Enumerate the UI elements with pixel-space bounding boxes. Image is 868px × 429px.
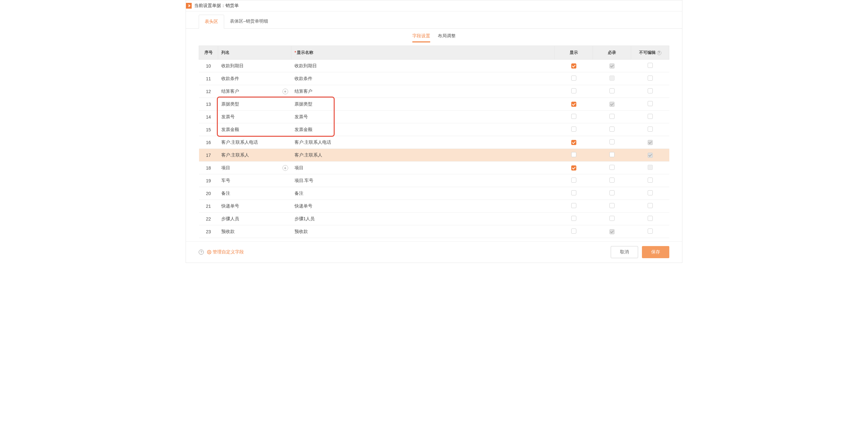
cancel-button[interactable]: 取消 xyxy=(611,246,638,258)
display-name-cell[interactable]: 收款到期日 xyxy=(291,60,555,73)
display-name-cell[interactable]: 备注 xyxy=(291,187,555,200)
checkbox[interactable] xyxy=(648,216,653,221)
checkbox[interactable] xyxy=(648,203,653,208)
seq-cell: 20 xyxy=(199,187,218,200)
checkbox[interactable] xyxy=(571,76,576,81)
required-cell xyxy=(593,73,631,85)
checkbox[interactable] xyxy=(648,229,653,234)
seq-cell: 15 xyxy=(199,123,218,136)
display-name-cell[interactable]: 票据类型 xyxy=(291,98,555,111)
display-name-cell[interactable]: 步骤1人员 xyxy=(291,212,555,225)
table-row: 14发票号发票号 xyxy=(199,111,669,123)
help-icon[interactable]: ? xyxy=(657,51,661,55)
checkbox[interactable] xyxy=(571,165,576,171)
table-row: 16客户.主联系人电话客户.主联系人电话 xyxy=(199,136,669,149)
collapse-button[interactable] xyxy=(186,3,192,9)
seq-cell: 17 xyxy=(199,149,218,162)
manage-custom-fields-link[interactable]: 管理自定义字段 xyxy=(207,249,244,255)
name-cell: 结算客户+ xyxy=(218,85,291,98)
subtab-1[interactable]: 布局调整 xyxy=(438,33,456,42)
seq-cell: 13 xyxy=(199,98,218,111)
display-name-cell[interactable]: 发票金额 xyxy=(291,123,555,136)
checkbox[interactable] xyxy=(648,101,653,106)
display-name-cell[interactable]: 项目 xyxy=(291,162,555,174)
checkbox[interactable] xyxy=(571,88,576,93)
display-name-cell[interactable]: 发票号 xyxy=(291,111,555,123)
table-header-row: 序号 列名 *显示名称 显示 必录 不可编辑? xyxy=(199,46,669,60)
display-name-cell[interactable]: 项目.车号 xyxy=(291,174,555,187)
checkbox[interactable] xyxy=(571,102,576,107)
display-name-cell[interactable]: 预收款 xyxy=(291,225,555,238)
checkbox[interactable] xyxy=(610,139,615,144)
checkbox[interactable] xyxy=(571,177,576,182)
checkbox[interactable] xyxy=(571,152,576,157)
table-row: 18项目+项目 xyxy=(199,162,669,174)
table-row: 15发票金额发票金额 xyxy=(199,123,669,136)
checkbox[interactable] xyxy=(571,216,576,221)
checkbox[interactable] xyxy=(648,114,653,119)
col-name-header: 列名 xyxy=(218,46,291,60)
checkbox[interactable] xyxy=(648,126,653,132)
checkbox[interactable] xyxy=(648,63,653,68)
display-name-cell[interactable]: 收款条件 xyxy=(291,73,555,85)
checkbox[interactable] xyxy=(571,203,576,208)
checkbox[interactable] xyxy=(610,203,615,208)
name-cell: 发票金额 xyxy=(218,123,291,136)
doc-name: 销货单 xyxy=(225,3,239,8)
custom-fields-label: 管理自定义字段 xyxy=(213,249,244,255)
name-cell: 步骤人员 xyxy=(218,212,291,225)
checkbox[interactable] xyxy=(571,114,576,119)
display-name-cell[interactable]: 客户.主联系人 xyxy=(291,149,555,162)
checkbox[interactable] xyxy=(648,88,653,93)
show-cell xyxy=(555,136,593,149)
checkbox[interactable] xyxy=(571,63,576,68)
show-cell xyxy=(555,98,593,111)
table-row: 23预收款预收款 xyxy=(199,225,669,238)
checkbox[interactable] xyxy=(648,177,653,182)
checkbox[interactable] xyxy=(571,126,576,132)
checkbox[interactable] xyxy=(610,152,615,157)
subtab-0[interactable]: 字段设置 xyxy=(412,33,430,42)
required-cell xyxy=(593,60,631,73)
footer-help-icon[interactable]: ? xyxy=(199,250,204,255)
tab-1[interactable]: 表体区–销货单明细 xyxy=(224,15,274,28)
checkbox[interactable] xyxy=(610,190,615,195)
readonly-cell xyxy=(631,212,669,225)
name-cell: 收款条件 xyxy=(218,73,291,85)
footer-left: ? 管理自定义字段 xyxy=(199,249,244,255)
checkbox[interactable] xyxy=(610,114,615,119)
checkbox[interactable] xyxy=(610,88,615,93)
display-name-cell[interactable]: 结算客户 xyxy=(291,85,555,98)
checkbox[interactable] xyxy=(648,76,653,81)
table-row: 20备注备注 xyxy=(199,187,669,200)
name-cell: 项目+ xyxy=(218,162,291,174)
required-cell xyxy=(593,174,631,187)
name-cell: 客户.主联系人 xyxy=(218,149,291,162)
seq-cell: 21 xyxy=(199,200,218,212)
readonly-cell xyxy=(631,60,669,73)
save-button[interactable]: 保存 xyxy=(642,246,669,258)
name-cell: 票据类型 xyxy=(218,98,291,111)
display-name-cell[interactable]: 客户.主联系人电话 xyxy=(291,136,555,149)
name-cell: 收款到期日 xyxy=(218,60,291,73)
column-name-label: 发票号 xyxy=(221,114,235,119)
checkbox[interactable] xyxy=(571,229,576,234)
checkbox[interactable] xyxy=(610,216,615,221)
show-cell xyxy=(555,174,593,187)
checkbox[interactable] xyxy=(571,140,576,145)
readonly-cell xyxy=(631,98,669,111)
show-cell xyxy=(555,60,593,73)
seq-cell: 12 xyxy=(199,85,218,98)
column-name-label: 车号 xyxy=(221,178,230,183)
checkbox[interactable] xyxy=(648,190,653,195)
checkbox[interactable] xyxy=(571,190,576,195)
checkbox[interactable] xyxy=(610,126,615,132)
checkbox[interactable] xyxy=(610,177,615,182)
expand-plus-button[interactable]: + xyxy=(282,89,288,94)
display-name-cell[interactable]: 快递单号 xyxy=(291,200,555,212)
show-cell xyxy=(555,212,593,225)
checkbox[interactable] xyxy=(610,165,615,170)
expand-plus-button[interactable]: + xyxy=(282,165,288,171)
tab-0[interactable]: 表头区 xyxy=(199,15,224,29)
checkbox xyxy=(610,102,615,107)
